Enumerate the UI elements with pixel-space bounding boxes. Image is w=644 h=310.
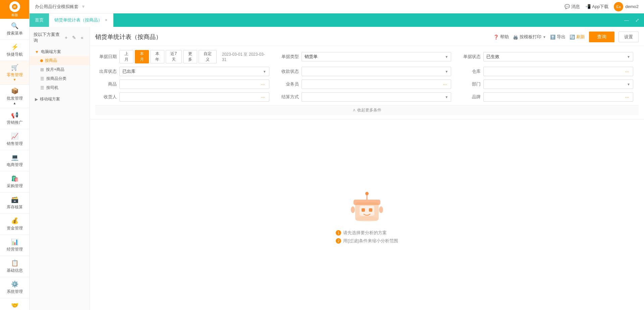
scheme-group-mobile-expand: ▶	[35, 97, 38, 102]
filter-row-3: 商品 ··· 业务员 ··· 部门	[95, 80, 639, 89]
doc-type-label: 单据类型	[277, 54, 299, 60]
out-status-select[interactable]: 已出库 ▼	[119, 67, 269, 76]
receiver-select[interactable]: ···	[119, 92, 269, 102]
system-icon: ⚙️	[11, 280, 18, 288]
brand-label: 品牌	[459, 94, 481, 100]
settle-arrow: ▼	[445, 95, 448, 99]
collect-status-arrow: ▼	[445, 70, 448, 73]
staff-dots[interactable]: ···	[442, 82, 448, 87]
sidebar-item-basic[interactable]: 📋 基础信息	[0, 256, 30, 277]
breadcrumb-arrow: ▼	[81, 4, 86, 9]
brand-select[interactable]: ···	[483, 92, 633, 102]
scheme-collapse-btn[interactable]: «	[79, 34, 86, 41]
tip-text-1: 请先选择要分析的方案	[343, 230, 387, 236]
template-print-icon: 🖨️	[513, 35, 518, 40]
user-info[interactable]: Ea demo2	[614, 2, 639, 11]
sidebar-item-finance[interactable]: 💰 资金管理	[0, 214, 30, 235]
sidebar-item-inventory[interactable]: 🗃️ 库存核算	[0, 193, 30, 214]
template-print-btn[interactable]: 🖨️ 按模板打印 ▼	[513, 34, 546, 40]
out-status-value: 已出库	[122, 68, 136, 74]
scheme-group-desktop-label: 电脑端方案	[41, 49, 61, 55]
export-btn[interactable]: ⬆️ 导出	[550, 34, 566, 40]
filter-col-dept: 部门 ▼	[459, 80, 639, 89]
scheme-item-icon-4: ☰	[40, 85, 44, 90]
msg-label: 消息	[571, 4, 580, 10]
tab-home[interactable]: 首页	[30, 13, 49, 27]
operations-icon: 📊	[11, 238, 18, 246]
settings-button[interactable]: 设置	[619, 32, 639, 42]
warehouse-dots[interactable]: ···	[624, 69, 630, 74]
filter-col-outstatus: 出库状态 已出库 ▼	[95, 67, 275, 76]
enterprise-icon: 🤝	[11, 302, 18, 309]
purchase-icon: 🛍️	[11, 175, 18, 182]
scheme-group-desktop-header[interactable]: ▼ 电脑端方案	[30, 48, 90, 56]
brand-dots[interactable]: ···	[624, 94, 630, 100]
date-btn-more[interactable]: 更多	[183, 50, 197, 63]
collapse-bar[interactable]: ∧ 收起更多条件	[95, 105, 639, 115]
filter-col-staff: 业务员 ···	[277, 80, 457, 89]
basic-icon: 📋	[11, 259, 18, 267]
scheme-item-by-goods[interactable]: 按商品	[30, 56, 90, 65]
sidebar-logo-text: 标版	[11, 13, 18, 17]
collect-status-select[interactable]: ▼	[302, 67, 451, 76]
svg-rect-7	[369, 208, 372, 212]
tab-maximize-btn[interactable]: ⤢	[633, 16, 641, 24]
tip-item-1: 1 请先选择要分析的方案	[336, 230, 398, 236]
sidebar-item-quicknav[interactable]: ⚡ 快捷导航	[0, 40, 30, 61]
sidebar-item-ecommerce[interactable]: 💻 电商管理	[0, 150, 30, 171]
tab-active[interactable]: 销货单统计表（按商品） ×	[49, 13, 113, 27]
sidebar-item-operations[interactable]: 📊 经营管理	[0, 235, 30, 256]
filter-col-collectstatus: 收款状态 ▼	[277, 67, 457, 76]
scheme-edit-btn[interactable]: ✎	[71, 34, 77, 41]
sidebar-item-wholesale-label: 批发管理	[7, 96, 23, 101]
tab-minimize-btn[interactable]: —	[623, 16, 631, 24]
scheme-item-by-driver[interactable]: ☰ 按司机	[30, 83, 90, 92]
sidebar-item-wholesale[interactable]: 📦 批发管理 ▲	[0, 85, 30, 108]
warehouse-select[interactable]: ···	[483, 67, 633, 76]
doc-status-select[interactable]: 已生效 ▼	[483, 52, 633, 61]
sidebar-item-sales[interactable]: 📈 销售管理	[0, 129, 30, 150]
empty-state: 1 请先选择要分析的方案 2 用[过滤]条件来缩小分析范围	[90, 119, 644, 310]
goods-dots[interactable]: ···	[260, 82, 266, 87]
staff-select[interactable]: ···	[302, 80, 451, 89]
sidebar-item-enterprise[interactable]: 🤝 企业协同	[0, 298, 30, 310]
doc-type-select[interactable]: 销货单 ▼	[302, 52, 451, 61]
date-btn-this-year[interactable]: 本年	[150, 50, 164, 63]
scheme-group-mobile-header[interactable]: ▶ 移动端方案	[30, 95, 90, 103]
sidebar-item-ecommerce-label: 电商管理	[7, 162, 23, 168]
sidebar-item-purchase[interactable]: 🛍️ 采购管理	[0, 171, 30, 193]
sidebar-item-operations-label: 经营管理	[7, 247, 23, 252]
sidebar-item-system[interactable]: ⚙️ 系统管理	[0, 277, 30, 298]
svg-point-11	[365, 192, 369, 195]
msg-btn[interactable]: 💬 消息	[565, 4, 580, 10]
tip-text-2: 用[过滤]条件来缩小分析范围	[343, 238, 398, 244]
sidebar-item-basic-label: 基础信息	[7, 268, 23, 273]
scheme-add-btn[interactable]: +	[63, 34, 69, 41]
date-btn-last-month[interactable]: 上月	[119, 50, 133, 63]
app-download-btn[interactable]: 📲 App下载	[585, 4, 608, 10]
dept-select[interactable]: ▼	[483, 80, 633, 89]
scheme-item-by-category[interactable]: ☰ 按商品分类	[30, 74, 90, 83]
top-header-left: 办公用品行业模拟账套 ▼	[35, 4, 86, 10]
sidebar-item-inventory-label: 库存核算	[7, 204, 23, 210]
date-btn-custom[interactable]: 自定义	[199, 50, 217, 63]
template-print-arrow: ▼	[543, 35, 546, 39]
help-btn[interactable]: ❓ 帮助	[493, 34, 509, 40]
tip-num-1: 1	[336, 230, 341, 236]
tab-close-btn[interactable]: ×	[104, 17, 108, 23]
goods-select[interactable]: ···	[119, 80, 269, 89]
sidebar-item-search[interactable]: 🔍 搜索菜单	[0, 19, 30, 40]
scheme-panel-header: 按以下方案查询 + ✎ «	[30, 30, 90, 46]
dept-label: 部门	[459, 81, 481, 87]
receiver-dots[interactable]: ···	[260, 94, 266, 100]
sidebar-item-marketing[interactable]: 📢 营销推广	[0, 108, 30, 129]
settle-select[interactable]: ▼	[302, 92, 451, 102]
date-btn-this-month[interactable]: 本月	[135, 50, 149, 63]
date-btn-7days[interactable]: 近7天	[166, 50, 182, 63]
refresh-btn[interactable]: 🔄 刷新	[570, 34, 585, 40]
scheme-item-by-month-goods[interactable]: ⊞ 按月+商品	[30, 65, 90, 74]
sidebar-item-retail[interactable]: 🛒 零售管理 ▼	[0, 61, 30, 85]
query-button[interactable]: 查询	[589, 32, 614, 42]
search-menu-icon: 🔍	[11, 22, 18, 30]
export-label: 导出	[557, 34, 566, 40]
